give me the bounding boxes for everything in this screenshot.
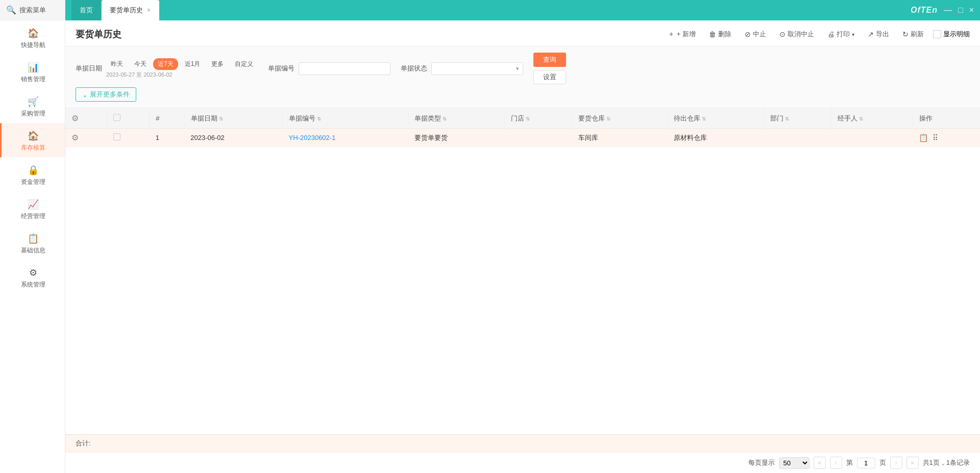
date-btn-4[interactable]: 更多 <box>207 58 228 70</box>
main-area: 首页要货单历史× OfTEn — □ × 要货单历史 ＋ + 新增 🗑 删除 <box>65 0 980 473</box>
show-detail-label: 显示明细 <box>943 30 970 39</box>
doc-number-group: 单据编号 <box>268 62 390 75</box>
select-all-checkbox[interactable] <box>113 114 120 121</box>
sidebar-item-sales[interactable]: 📊 销售管理 <box>0 55 65 89</box>
doc-no-link-0[interactable]: YH-20230602-1 <box>289 134 336 141</box>
print-btn[interactable]: 🖨 打印 ▾ <box>823 28 859 41</box>
settings-gear-icon[interactable]: ⚙ <box>71 114 79 123</box>
search-bar: 单据日期 昨天今天近7天近1月更多自定义 2023-05-27 至 2023-0… <box>65 46 980 108</box>
sidebar-item-system[interactable]: ⚙ 系统管理 <box>0 260 65 294</box>
cancel-suspend-icon: ⊙ <box>779 30 786 38</box>
sidebar-item-label-system: 系统管理 <box>21 280 45 289</box>
row-more-icon-0[interactable]: ⠿ <box>933 133 938 143</box>
sort-icon-store: ⇅ <box>526 116 530 122</box>
cell-doc_type-0: 要货单要货 <box>408 129 505 147</box>
date-btn-2[interactable]: 近7天 <box>153 58 178 70</box>
date-label: 单据日期 <box>76 64 102 73</box>
next-page-btn[interactable]: › <box>890 457 902 469</box>
print-dropdown-icon: ▾ <box>852 32 854 37</box>
tab-label-requisition-history: 要货单历史 <box>110 6 143 15</box>
col-header-doc_type[interactable]: 单据类型⇅ <box>408 108 505 129</box>
cancel-suspend-btn-label: 取消中止 <box>788 30 814 39</box>
brand-label: OfTEn <box>911 6 938 15</box>
col-header-req_warehouse[interactable]: 要货仓库⇅ <box>572 108 668 129</box>
new-btn[interactable]: ＋ + 新增 <box>664 28 700 41</box>
cancel-suspend-btn[interactable]: ⊙ 取消中止 <box>775 28 818 41</box>
sidebar-item-inventory[interactable]: 🏠 库存核算 <box>0 123 65 157</box>
window-maximize-btn[interactable]: □ <box>958 6 963 15</box>
sidebar-item-base-info[interactable]: 📋 基础信息 <box>0 226 65 260</box>
col-header-num: # <box>150 108 185 129</box>
first-page-btn[interactable]: « <box>814 457 826 469</box>
window-close-btn[interactable]: × <box>969 6 974 15</box>
search-actions: 查询 设置 <box>533 53 566 84</box>
col-header-date[interactable]: 单据日期⇅ <box>184 108 282 129</box>
topbar: 首页要货单历史× OfTEn — □ × <box>65 0 980 20</box>
topbar-tab-requisition-history[interactable]: 要货单历史× <box>102 0 159 20</box>
suspend-btn-label: 中止 <box>753 30 766 39</box>
show-detail-checkbox[interactable] <box>933 30 941 38</box>
sales-icon: 📊 <box>28 62 39 73</box>
cell-num-0: 1 <box>150 129 185 147</box>
page-number-input[interactable] <box>857 458 875 468</box>
show-detail-toggle[interactable]: 显示明细 <box>933 30 970 39</box>
expand-btn[interactable]: ⌄ 展开更多条件 <box>76 87 136 102</box>
sidebar-item-purchase[interactable]: 🛒 采购管理 <box>0 89 65 123</box>
col-header-store[interactable]: 门店⇅ <box>505 108 572 129</box>
per-page-select[interactable]: 50 100 200 <box>779 457 810 469</box>
sidebar-item-operations[interactable]: 📈 经营管理 <box>0 192 65 226</box>
search-menu-item[interactable]: 🔍 搜索菜单 <box>0 0 65 20</box>
cell-pending_warehouse-0: 原材料仓库 <box>668 129 764 147</box>
sidebar-item-label-sales: 销售管理 <box>21 75 45 84</box>
sort-icon-doc_type: ⇅ <box>443 116 447 122</box>
tab-close-requisition-history[interactable]: × <box>147 7 151 14</box>
date-btn-5[interactable]: 自定义 <box>230 58 258 70</box>
col-header-settings: ⚙ <box>65 108 107 129</box>
print-icon: 🖨 <box>827 30 835 38</box>
row-edit-icon-0[interactable]: 📋 <box>919 133 928 143</box>
prev-page-btn[interactable]: ‹ <box>830 457 842 469</box>
suspend-icon: ⊘ <box>745 30 751 38</box>
date-btn-3[interactable]: 近1月 <box>180 58 205 70</box>
doc-number-label: 单据编号 <box>268 64 295 73</box>
row-checkbox-0[interactable] <box>113 133 120 140</box>
table-area: ⚙#单据日期⇅单据编号⇅单据类型⇅门店⇅要货仓库⇅待出仓库⇅部门⇅经手人⇅操作 … <box>65 108 980 434</box>
col-header-doc_no[interactable]: 单据编号⇅ <box>283 108 408 129</box>
setting-btn[interactable]: 设置 <box>533 70 566 84</box>
cell-settings-0: ⚙ <box>65 129 107 147</box>
content: 要货单历史 ＋ + 新增 🗑 删除 ⊘ 中止 ⊙ 取消中止 <box>65 20 980 473</box>
refresh-btn[interactable]: ↻ 刷新 <box>898 28 928 41</box>
topbar-right: OfTEn — □ × <box>911 6 974 15</box>
suspend-btn[interactable]: ⊘ 中止 <box>741 28 770 41</box>
expand-btn-label: 展开更多条件 <box>90 90 130 99</box>
toolbar: ＋ + 新增 🗑 删除 ⊘ 中止 ⊙ 取消中止 🖨 打印 <box>664 28 970 41</box>
table-footer: 合计: <box>65 434 980 452</box>
cell-check-0 <box>107 129 150 147</box>
sidebar-item-quick-nav[interactable]: 🏠 快捷导航 <box>0 20 65 55</box>
last-page-btn[interactable]: » <box>906 457 919 469</box>
quick-nav-icon: 🏠 <box>28 28 39 39</box>
status-label: 单据状态 <box>401 64 427 73</box>
date-btn-0[interactable]: 昨天 <box>106 58 128 70</box>
query-btn[interactable]: 查询 <box>533 53 566 67</box>
status-select[interactable] <box>431 62 523 75</box>
doc-number-input[interactable] <box>299 62 390 75</box>
topbar-tab-home[interactable]: 首页 <box>71 0 102 20</box>
date-filter-group: 单据日期 昨天今天近7天近1月更多自定义 2023-05-27 至 2023-0… <box>76 58 258 79</box>
plus-icon: ＋ <box>668 30 675 39</box>
cell-req_warehouse-0: 车间库 <box>572 129 668 147</box>
date-btn-1[interactable]: 今天 <box>130 58 151 70</box>
delete-btn[interactable]: 🗑 删除 <box>705 28 736 41</box>
chevron-down-icon: ⌄ <box>82 91 88 99</box>
sidebar-item-finance[interactable]: 🔒 资金管理 <box>0 157 65 192</box>
col-header-handler[interactable]: 经手人⇅ <box>831 108 913 129</box>
window-minimize-btn[interactable]: — <box>944 6 952 15</box>
export-btn[interactable]: ↗ 导出 <box>864 28 893 41</box>
sidebar-item-label-inventory: 库存核算 <box>21 144 45 152</box>
col-header-pending_warehouse[interactable]: 待出仓库⇅ <box>668 108 764 129</box>
row-settings-icon[interactable]: ⚙ <box>71 133 79 142</box>
col-header-dept[interactable]: 部门⇅ <box>764 108 831 129</box>
system-icon: ⚙ <box>28 267 39 278</box>
sort-icon-dept: ⇅ <box>785 116 789 122</box>
table-row: ⚙12023-06-02YH-20230602-1要货单要货车间库原材料仓库📋⠿ <box>65 129 980 147</box>
